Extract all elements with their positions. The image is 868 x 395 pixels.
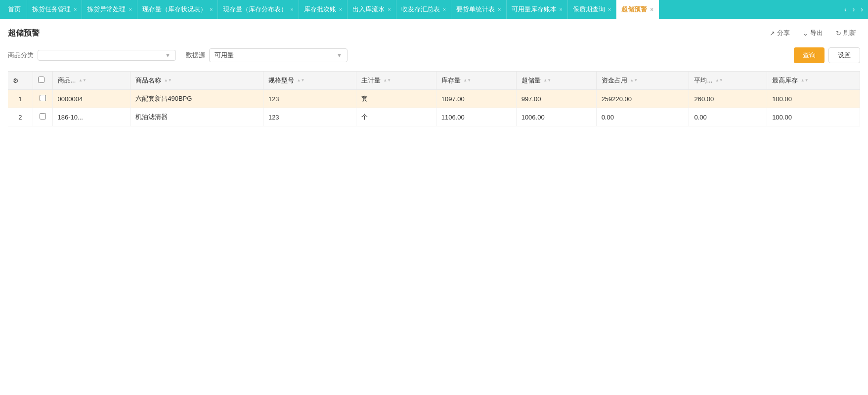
row-2-max-stock: 100.00	[767, 108, 860, 126]
page-content: 超储预警 ↗ 分享 ⇓ 导出 ↻ 刷新 商品分类 ▼ 数据源	[0, 19, 868, 395]
nav-tab-0[interactable]: 拣货任务管理 ×	[27, 0, 82, 19]
nav-tab-close-1[interactable]: ×	[129, 6, 131, 12]
col-label-capital: 资金占用	[602, 77, 627, 84]
nav-tab-10[interactable]: 超储预警 ×	[616, 0, 658, 19]
nav-tab-close-5[interactable]: ×	[388, 6, 391, 12]
category-label: 商品分类	[8, 51, 34, 60]
nav-tab-1[interactable]: 拣货异常处理 ×	[82, 0, 137, 19]
col-header-spec[interactable]: 规格型号 ▲▼	[263, 72, 356, 90]
col-header-avg[interactable]: 平均... ▲▼	[689, 72, 767, 90]
col-header-stock[interactable]: 库存量 ▲▼	[436, 72, 516, 90]
nav-tab-7[interactable]: 要货单统计表 ×	[451, 0, 506, 19]
table-row: 2 186-10... 机油滤清器 123 个 1106.00 1006.00 …	[8, 108, 860, 126]
settings-button[interactable]: 设置	[828, 47, 860, 63]
nav-tab-label-3: 现存量（库存分布表）	[223, 5, 287, 14]
row-2-checkbox[interactable]	[40, 113, 46, 119]
refresh-button[interactable]: ↻ 刷新	[832, 27, 860, 40]
col-header-unit[interactable]: 主计量 ▲▼	[356, 72, 436, 90]
row-1-capital: 259220.00	[596, 90, 689, 108]
nav-tab-4[interactable]: 库存批次账 ×	[299, 0, 347, 19]
nav-tab-close-0[interactable]: ×	[74, 6, 77, 12]
data-table: ⚙ 商品... ▲▼ 商品名称 ▲▼ 规格型号 ▲▼ 主计	[8, 71, 860, 126]
row-2-checkbox-cell[interactable]	[33, 108, 52, 126]
nav-tab-5[interactable]: 出入库流水 ×	[347, 0, 396, 19]
filter-actions: 查询 设置	[794, 47, 860, 63]
row-1-overstock: 997.00	[516, 90, 596, 108]
nav-tab-close-8[interactable]: ×	[560, 6, 563, 12]
datasource-label: 数据源	[186, 51, 205, 60]
nav-tab-8[interactable]: 可用量库存账本 ×	[507, 0, 568, 19]
filter-group-datasource: 数据源 可用量 ▼	[186, 48, 347, 62]
query-button[interactable]: 查询	[794, 47, 825, 63]
nav-tab-2[interactable]: 现存量（库存状况表） ×	[137, 0, 218, 19]
row-1-index: 1	[8, 90, 33, 108]
col-header-product-code[interactable]: 商品... ▲▼	[52, 72, 130, 90]
page-header: 超储预警 ↗ 分享 ⇓ 导出 ↻ 刷新	[8, 27, 860, 40]
datasource-select[interactable]: 可用量 ▼	[209, 48, 347, 62]
settings-icon[interactable]: ⚙	[13, 77, 19, 84]
nav-next-arrow[interactable]: ›	[850, 5, 858, 13]
sort-icon-stock: ▲▼	[463, 79, 471, 83]
nav-tab-close-4[interactable]: ×	[339, 6, 342, 12]
category-dropdown-icon: ▼	[165, 52, 171, 58]
select-all-checkbox[interactable]	[38, 77, 44, 83]
col-header-max-stock[interactable]: 最高库存 ▲▼	[767, 72, 860, 90]
sort-icon-product-name: ▲▼	[164, 79, 172, 83]
page-title: 超储预警	[8, 28, 40, 39]
table-body: 1 0000004 六配套新昌490BPG 123 套 1097.00 997.…	[8, 90, 860, 126]
nav-tab-label-5: 出入库流水	[352, 5, 385, 14]
share-button[interactable]: ↗ 分享	[766, 27, 794, 40]
sort-icon-spec: ▲▼	[297, 79, 305, 83]
row-1-checkbox-cell[interactable]	[33, 90, 52, 108]
col-label-stock: 库存量	[441, 77, 461, 84]
col-label-avg: 平均...	[694, 77, 712, 84]
header-actions: ↗ 分享 ⇓ 导出 ↻ 刷新	[766, 27, 860, 40]
col-header-settings[interactable]: ⚙	[8, 72, 33, 90]
nav-tab-label-6: 收发存汇总表	[401, 5, 440, 14]
sort-icon-capital: ▲▼	[630, 79, 638, 83]
col-header-checkbox[interactable]	[33, 72, 52, 90]
nav-more-arrow[interactable]: ›	[858, 5, 866, 13]
nav-tab-close-2[interactable]: ×	[210, 6, 213, 12]
nav-tab-label-2: 现存量（库存状况表）	[142, 5, 207, 14]
nav-tab-label-7: 要货单统计表	[456, 5, 495, 14]
export-label: 导出	[810, 29, 823, 38]
col-header-capital[interactable]: 资金占用 ▲▼	[596, 72, 689, 90]
col-header-product-name[interactable]: 商品名称 ▲▼	[130, 72, 263, 90]
nav-tab-6[interactable]: 收发存汇总表 ×	[396, 0, 451, 19]
nav-tab-close-3[interactable]: ×	[290, 6, 293, 12]
nav-tab-close-7[interactable]: ×	[498, 6, 501, 12]
datasource-dropdown-icon: ▼	[337, 52, 342, 58]
category-select[interactable]: ▼	[38, 50, 176, 61]
nav-tab-label-0: 拣货任务管理	[32, 5, 71, 14]
nav-tab-9[interactable]: 保质期查询 ×	[568, 0, 616, 19]
filter-group-category: 商品分类 ▼	[8, 50, 176, 61]
table-row: 1 0000004 六配套新昌490BPG 123 套 1097.00 997.…	[8, 90, 860, 108]
nav-home[interactable]: 首页	[2, 0, 27, 19]
row-1-checkbox[interactable]	[40, 95, 46, 101]
datasource-value: 可用量	[215, 51, 234, 60]
nav-tab-close-9[interactable]: ×	[608, 6, 611, 12]
row-2-avg: 0.00	[689, 108, 767, 126]
row-2-product-name: 机油滤清器	[130, 108, 263, 126]
export-button[interactable]: ⇓ 导出	[799, 27, 827, 40]
row-2-overstock: 1006.00	[516, 108, 596, 126]
row-1-stock: 1097.00	[436, 90, 516, 108]
col-header-overstock[interactable]: 超储量 ▲▼	[516, 72, 596, 90]
col-label-product-name: 商品名称	[135, 77, 161, 84]
row-2-spec: 123	[263, 108, 356, 126]
sort-icon-overstock: ▲▼	[543, 79, 551, 83]
sort-icon-max-stock: ▲▼	[801, 79, 809, 83]
nav-tab-3[interactable]: 现存量（库存分布表） ×	[218, 0, 299, 19]
row-1-product-name: 六配套新昌490BPG	[130, 90, 263, 108]
nav-tab-close-6[interactable]: ×	[443, 6, 446, 12]
row-1-unit: 套	[356, 90, 436, 108]
row-1-avg: 260.00	[689, 90, 767, 108]
col-label-unit: 主计量	[361, 77, 381, 84]
nav-tab-label-1: 拣货异常处理	[87, 5, 126, 14]
nav-prev-arrow[interactable]: ‹	[841, 5, 850, 13]
row-1-product-code: 0000004	[52, 90, 130, 108]
share-icon: ↗	[770, 30, 775, 37]
row-2-stock: 1106.00	[436, 108, 516, 126]
nav-tab-close-10[interactable]: ×	[650, 6, 653, 12]
